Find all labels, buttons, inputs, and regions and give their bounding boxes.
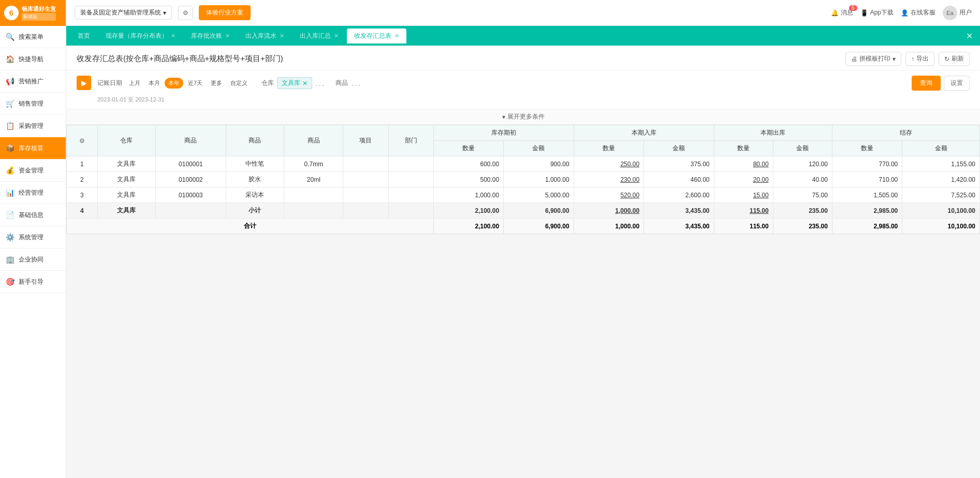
table-cell: 1,000.00 bbox=[504, 172, 574, 187]
sidebar-item-search[interactable]: 🔍搜索菜单 bbox=[0, 26, 66, 48]
sidebar-item-quick-nav[interactable]: 🏠快捷导航 bbox=[0, 48, 66, 70]
operations-icon: 📊 bbox=[5, 188, 14, 197]
sidebar-item-inventory[interactable]: 📦库存核算 bbox=[0, 137, 66, 160]
query-button[interactable]: 查询 bbox=[912, 76, 941, 91]
tab-home[interactable]: 首页 bbox=[70, 28, 97, 44]
enterprise-icon: 🏢 bbox=[5, 255, 14, 264]
export-button[interactable]: ↑ 导出 bbox=[905, 52, 934, 66]
tabs-bar: 首页现存量（库存分布表）✕库存批次账✕出入库流水✕出入库汇总✕收发存汇总表✕✕ bbox=[66, 26, 980, 46]
chevron-down-icon: ▾ bbox=[502, 113, 505, 121]
inner-page: 收发存汇总表(按仓库+商品编码+商品+规格型号+项目+部门) 🖨 拼模板打印 ▾… bbox=[66, 46, 980, 234]
tab-inventory-dist[interactable]: 现存量（库存分布表）✕ bbox=[98, 28, 183, 44]
tab-in-out-summary[interactable]: 出入库汇总✕ bbox=[292, 28, 346, 44]
table-cell[interactable]: 230.00 bbox=[574, 172, 643, 187]
sidebar-item-system[interactable]: ⚙️系统管理 bbox=[0, 226, 66, 249]
table-cell[interactable]: 15.00 bbox=[714, 187, 773, 203]
table-cell: 2 bbox=[67, 172, 98, 187]
date-buttons: 上月本月本年近7天更多自定义 bbox=[125, 78, 251, 89]
date-btn-本月[interactable]: 本月 bbox=[145, 78, 164, 89]
finance-icon: 💰 bbox=[5, 166, 14, 175]
sidebar-item-guide[interactable]: 🎯新手引导 bbox=[0, 271, 66, 293]
sidebar-item-enterprise[interactable]: 🏢企业协同 bbox=[0, 249, 66, 271]
expand-conditions-button[interactable]: ▾ 展开更多条件 bbox=[66, 109, 980, 125]
refresh-button[interactable]: ↻ 刷新 bbox=[939, 52, 970, 66]
sidebar-item-sales[interactable]: 🛒销售管理 bbox=[0, 93, 66, 115]
col-in-qty-header: 数量 bbox=[574, 141, 643, 156]
trial-button[interactable]: 体验行业方案 bbox=[199, 5, 251, 20]
inventory-icon: 📦 bbox=[5, 143, 14, 153]
warehouse-filter: 仓库 文具库 ✕ ... bbox=[261, 77, 325, 89]
system-selector[interactable]: 装备及固定资产辅助管理系统 ▾ bbox=[75, 6, 172, 20]
table-cell: 2,100.00 bbox=[433, 203, 503, 219]
table-cell: 20ml bbox=[284, 172, 343, 187]
tab-close-icon[interactable]: ✕ bbox=[171, 33, 175, 39]
table-cell: 文具库 bbox=[97, 203, 156, 219]
col-settings[interactable]: ⚙ bbox=[67, 125, 98, 156]
date-btn-自定义[interactable]: 自定义 bbox=[227, 78, 251, 89]
logo-text: 畅库通好生意 标准版 bbox=[22, 5, 56, 21]
table-cell: 500.00 bbox=[433, 172, 503, 187]
filter-settings-button[interactable]: 设置 bbox=[944, 76, 970, 91]
table-cell: 1,505.00 bbox=[832, 187, 902, 203]
table-cell: 0100003 bbox=[156, 187, 226, 203]
quick-nav-icon: 🏠 bbox=[5, 54, 14, 64]
print-button[interactable]: 🖨 拼模板打印 ▾ bbox=[845, 52, 901, 66]
tab-batch-ledger[interactable]: 库存批次账✕ bbox=[184, 28, 237, 44]
table-cell[interactable]: 1,000.00 bbox=[574, 203, 643, 219]
table-footer-row: 合计 2,100.00 6,900.00 1,000.00 3,435.00 1… bbox=[67, 219, 980, 234]
guide-icon: 🎯 bbox=[5, 277, 14, 286]
table-cell bbox=[343, 172, 388, 187]
sidebar-item-purchase[interactable]: 📋采购管理 bbox=[0, 115, 66, 137]
tab-in-out-flow[interactable]: 出入库流水✕ bbox=[238, 28, 291, 44]
sidebar-nav: 🔍搜索菜单🏠快捷导航📢营销推广🛒销售管理📋采购管理📦库存核算💰资金管理📊经营管理… bbox=[0, 26, 66, 478]
date-btn-近7天[interactable]: 近7天 bbox=[184, 78, 206, 89]
warehouse-tag-close[interactable]: ✕ bbox=[302, 80, 308, 87]
col-open-header: 库存期初 bbox=[433, 125, 574, 141]
sidebar-item-base-info[interactable]: 📄基础信息 bbox=[0, 204, 66, 226]
online-service-button[interactable]: 👤 在线客服 bbox=[901, 8, 935, 17]
warehouse-filter-more[interactable]: ... bbox=[315, 79, 325, 88]
table-cell: 2,985.00 bbox=[832, 203, 902, 219]
sidebar-item-finance[interactable]: 💰资金管理 bbox=[0, 160, 66, 182]
table-cell[interactable]: 20.00 bbox=[714, 172, 773, 187]
table-cell: 胶水 bbox=[226, 172, 284, 187]
sidebar-item-marketing[interactable]: 📢营销推广 bbox=[0, 70, 66, 93]
date-filter-label: 记账日期 bbox=[97, 79, 122, 88]
table-cell bbox=[388, 172, 433, 187]
app-download-button[interactable]: 📱 App下载 bbox=[860, 8, 894, 17]
tab-close-icon[interactable]: ✕ bbox=[225, 33, 230, 39]
table-cell[interactable]: 80.00 bbox=[714, 156, 773, 172]
tab-recv-send-summary[interactable]: 收发存汇总表✕ bbox=[347, 28, 406, 44]
table-cell: 中性笔 bbox=[226, 156, 284, 172]
warehouse-tag: 文具库 ✕ bbox=[277, 77, 312, 89]
sidebar-item-operations[interactable]: 📊经营管理 bbox=[0, 182, 66, 204]
tab-close-icon[interactable]: ✕ bbox=[280, 33, 284, 39]
logo-icon: 6 bbox=[4, 6, 19, 20]
date-btn-更多[interactable]: 更多 bbox=[207, 78, 226, 89]
tab-close-icon[interactable]: ✕ bbox=[334, 33, 339, 39]
tab-label: 首页 bbox=[78, 32, 90, 40]
col-dept-header: 部门 bbox=[388, 125, 433, 156]
table-cell[interactable]: 520.00 bbox=[574, 187, 643, 203]
headset-icon: 👤 bbox=[901, 9, 909, 17]
filter-toggle-button[interactable]: ▶ bbox=[77, 76, 91, 90]
date-btn-上月[interactable]: 上月 bbox=[125, 78, 144, 89]
table-cell: 600.00 bbox=[433, 156, 503, 172]
table-cell: 2,600.00 bbox=[644, 187, 714, 203]
col-out-header: 本期出库 bbox=[714, 125, 832, 141]
table-cell[interactable]: 115.00 bbox=[714, 203, 773, 219]
product-filter-more[interactable]: ... bbox=[351, 79, 361, 88]
data-table-container: ⚙ 仓库 商品 商品 商品 项目 部门 库存期初 本期入库 本期出库 结存 bbox=[66, 125, 980, 234]
date-btn-本年[interactable]: 本年 bbox=[165, 78, 183, 89]
page-content: 收发存汇总表(按仓库+商品编码+商品+规格型号+项目+部门) 🖨 拼模板打印 ▾… bbox=[66, 46, 980, 478]
user-menu[interactable]: Ea 用户 bbox=[943, 6, 972, 20]
sidebar-logo: 6 畅库通好生意 标准版 bbox=[0, 0, 66, 26]
table-cell[interactable]: 250.00 bbox=[574, 156, 643, 172]
purchase-icon: 📋 bbox=[5, 121, 14, 131]
tab-close-icon[interactable]: ✕ bbox=[394, 33, 399, 39]
notifications-button[interactable]: 🔔 消息 6 bbox=[831, 8, 853, 17]
settings-icon[interactable]: ⚙ bbox=[178, 6, 193, 20]
close-all-tabs-button[interactable]: ✕ bbox=[963, 31, 976, 41]
system-icon: ⚙️ bbox=[5, 233, 14, 242]
table-row: 4文具库小计2,100.006,900.001,000.003,435.0011… bbox=[67, 203, 980, 219]
